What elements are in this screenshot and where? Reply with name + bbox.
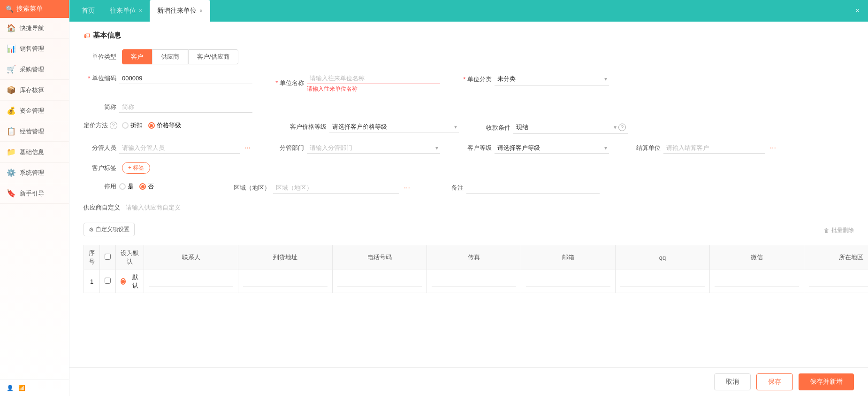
price-level-arrow[interactable]: ▾ [454,124,459,130]
save-new-button[interactable]: 保存并新增 [799,373,854,390]
sidebar-item-guide[interactable]: 🔖 新手引导 [0,183,69,204]
unit-category-arrow[interactable]: ▾ [604,76,609,82]
contact-input[interactable] [149,276,233,287]
col-default: 设为默认 [116,245,144,270]
btn-customer[interactable]: 客户 [122,49,152,64]
remark-field: 备注 [431,182,600,194]
sidebar-item-purchase[interactable]: 🛒 采购管理 [0,59,69,80]
customer-level-select-wrap: 请选择客户等级 ▾ [495,142,609,154]
table-toolbar: ⚙ 自定义项设置 🗑 批量删除 [84,223,854,241]
supplier-custom-input[interactable] [123,202,271,213]
pricing-discount-label: 折扣 [130,121,143,130]
btn-both[interactable]: 客户/供应商 [188,49,238,64]
abbr-input[interactable] [119,101,252,113]
wechat-input[interactable] [715,276,799,287]
operations-icon: 📋 [7,127,16,136]
sidebar-item-label: 资金管理 [20,107,44,115]
payment-terms-help-icon[interactable]: ? [618,124,626,131]
inventory-icon: 📦 [7,85,16,94]
pricing-discount-radio[interactable] [122,122,129,129]
sidebar-item-basic-info[interactable]: 📁 基础信息 [0,142,69,163]
section-title: 🏷 基本信息 [84,31,854,40]
customer-level-select[interactable]: 请选择客户等级 [495,142,604,153]
tab-new-partner[interactable]: 新增往来单位 × [150,0,210,22]
sidebar-item-inventory[interactable]: 📦 库存核算 [0,80,69,101]
sidebar-item-sales[interactable]: 📊 销售管理 [0,39,69,59]
supplier-custom-field: 供应商自定义 [84,202,271,213]
unit-type-field: 单位类型 客户 供应商 客户/供应商 [84,49,238,64]
pricing-help-icon[interactable]: ? [110,122,117,129]
payment-terms-select-wrap: 现结 ▾ ? [513,121,628,134]
row-checkbox[interactable] [105,278,111,284]
sidebar-item-finance[interactable]: 💰 资金管理 [0,101,69,121]
fax-input[interactable] [432,276,516,287]
tab-new-partner-close[interactable]: × [199,8,203,14]
section-title-text: 基本信息 [93,31,121,40]
close-all-tabs[interactable]: × [852,7,863,15]
payment-terms-arrow[interactable]: ▾ [614,124,618,131]
table-section: ⚙ 自定义项设置 🗑 批量删除 序号 设为默认 联系人 到货地址 电话 [84,223,854,293]
select-all-checkbox[interactable] [105,254,111,260]
qq-input[interactable] [620,276,705,287]
sidebar-item-quick-nav[interactable]: 🏠 快捷导航 [0,18,69,39]
settlement-unit-more-btn[interactable]: ··· [768,144,778,152]
email-input[interactable] [526,276,610,287]
cell-phone [333,270,427,293]
region-table-input[interactable] [809,276,868,287]
save-button[interactable]: 保存 [756,373,793,390]
purchase-icon: 🛒 [7,65,16,74]
tab-partners-close[interactable]: × [139,8,142,14]
address-input[interactable] [243,276,327,287]
sidebar-item-label: 经营管理 [20,127,44,136]
remark-label: 备注 [431,184,464,192]
disable-yes-radio[interactable] [119,183,126,190]
pricing-level-radio[interactable] [148,122,155,129]
unit-code-input[interactable] [119,73,252,84]
sidebar-item-system[interactable]: ⚙️ 系统管理 [0,163,69,183]
region-more-btn[interactable]: ··· [402,184,412,192]
col-phone: 电话号码 [333,245,427,270]
custom-settings-label: 自定义项设置 [96,225,129,233]
manager-input[interactable] [119,142,240,154]
sidebar-item-operations[interactable]: 📋 经营管理 [0,121,69,142]
cell-email [521,270,616,293]
disable-no-radio[interactable] [139,183,146,190]
phone-input[interactable] [337,276,422,287]
table-head: 序号 设为默认 联系人 到货地址 电话号码 传真 邮箱 qq 微信 所在地区 操… [84,245,868,270]
customer-level-label: 客户等级 [459,144,492,152]
search-menu-btn[interactable]: 🔍 搜索菜单 [0,0,69,18]
department-input[interactable] [307,142,435,153]
col-checkbox [100,245,116,270]
settlement-unit-input[interactable] [663,142,765,154]
custom-settings-btn[interactable]: ⚙ 自定义项设置 [84,223,135,236]
batch-delete-btn[interactable]: 🗑 批量删除 [824,226,854,234]
tab-home[interactable]: 首页 [74,0,102,22]
cell-address [238,270,333,293]
disable-yes-option[interactable]: 是 [119,182,134,191]
manager-more-btn[interactable]: ··· [243,144,252,152]
manager-row: 分管人员 ··· 分管部门 ▾ 客户等级 请选择客户等级 ▾ [84,142,854,154]
remark-input[interactable] [466,182,600,194]
department-arrow[interactable]: ▾ [435,145,440,151]
unit-name-input[interactable] [307,73,440,84]
abbr-field: 简称 [84,101,252,113]
cell-checkbox [100,270,116,293]
tag-add-btn[interactable]: + 标签 [122,162,150,174]
pricing-level-option[interactable]: 价格等级 [148,121,181,130]
pricing-row: 定价方法 ? 折扣 价格等级 客户价格等级 [84,121,854,134]
cell-fax [427,270,521,293]
customer-price-level-field: 客户价格等级 请选择客户价格等级 ▾ [290,121,459,132]
unit-type-label: 单位类型 [84,53,116,61]
customer-price-level-select[interactable]: 请选择客户价格等级 [329,121,454,132]
cancel-button[interactable]: 取消 [714,373,751,390]
disable-radio-group: 是 否 [119,182,154,191]
region-input[interactable] [273,182,399,194]
pricing-discount-option[interactable]: 折扣 [122,121,143,130]
disable-no-option[interactable]: 否 [139,182,154,191]
unit-type-group: 客户 供应商 客户/供应商 [122,49,238,64]
default-radio[interactable] [121,278,126,285]
cell-wechat [710,270,804,293]
tab-partners[interactable]: 往来单位 × [102,0,150,22]
btn-supplier[interactable]: 供应商 [152,49,188,64]
customer-level-arrow[interactable]: ▾ [604,145,609,151]
